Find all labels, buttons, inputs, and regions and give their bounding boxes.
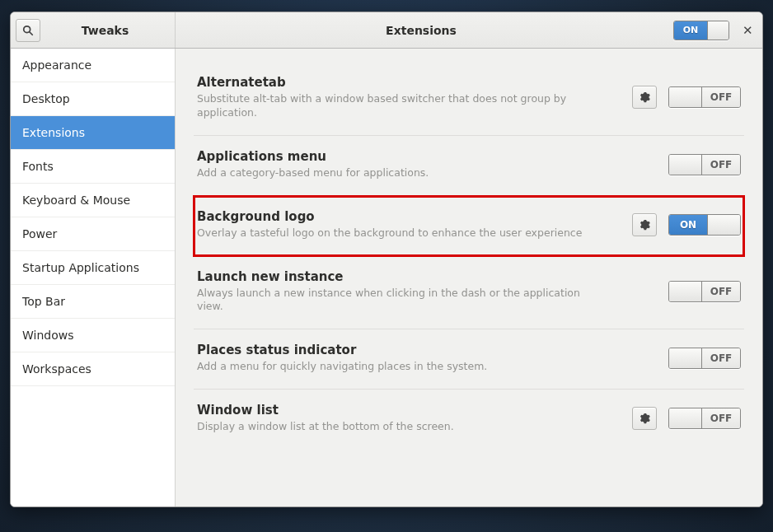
extension-toggle[interactable]: ONOFF	[668, 348, 741, 369]
toggle-on-label: ON	[669, 215, 707, 235]
extension-row-applications-menu: Applications menuAdd a category-based me…	[194, 136, 744, 196]
close-icon: ✕	[743, 23, 753, 38]
toggle-off-label: OFF	[702, 348, 740, 368]
extension-description: Overlay a tasteful logo on the backgroun…	[197, 226, 593, 240]
extension-row-alternatetab: AlternatetabSubstitute alt-tab with a wi…	[194, 62, 744, 136]
toggle-off-label: OFF	[702, 87, 740, 107]
toggle-knob	[707, 21, 728, 40]
extension-row-launch-new-instance: Launch new instanceAlways launch a new i…	[194, 256, 744, 330]
toggle-off-label: OFF	[702, 408, 740, 428]
toggle-knob	[669, 282, 702, 301]
sidebar-item-desktop[interactable]: Desktop	[11, 82, 175, 116]
extension-text: Applications menuAdd a category-based me…	[197, 149, 657, 180]
extension-settings-button[interactable]	[632, 213, 657, 236]
extension-description: Always launch a new instance when clicki…	[197, 287, 593, 315]
svg-line-1	[30, 31, 33, 35]
sidebar-item-extensions[interactable]: Extensions	[11, 116, 175, 150]
extensions-master-toggle[interactable]: ON OFF	[673, 21, 729, 40]
extension-description: Add a menu for quickly navigating places…	[197, 360, 593, 374]
sidebar: AppearanceDesktopExtensionsFontsKeyboard…	[11, 49, 176, 506]
toggle-knob	[669, 408, 702, 428]
extension-title: Window list	[197, 403, 621, 418]
extension-description: Display a window list at the bottom of t…	[197, 420, 593, 434]
extension-text: Window listDisplay a window list at the …	[197, 403, 621, 434]
close-button[interactable]: ✕	[739, 22, 756, 39]
tweaks-window: Tweaks Extensions ON OFF ✕ AppearanceDes…	[10, 12, 763, 507]
extension-title: Places status indicator	[197, 343, 657, 357]
sidebar-item-label: Extensions	[22, 126, 85, 139]
sidebar-item-label: Startup Applications	[22, 261, 139, 274]
sidebar-item-label: Top Bar	[22, 295, 65, 308]
titlebar-left: Tweaks	[11, 12, 176, 48]
extension-toggle[interactable]: ONOFF	[668, 281, 741, 302]
sidebar-item-label: Power	[22, 227, 57, 240]
extension-toggle[interactable]: ONOFF	[668, 408, 741, 429]
toggle-on-label: ON	[674, 21, 707, 40]
toggle-knob	[669, 348, 702, 368]
sidebar-item-startup-applications[interactable]: Startup Applications	[11, 251, 175, 285]
sidebar-item-power[interactable]: Power	[11, 217, 175, 251]
sidebar-item-label: Fonts	[22, 160, 54, 173]
toggle-knob	[669, 87, 702, 107]
toggle-off-label: OFF	[702, 155, 740, 175]
sidebar-item-label: Keyboard & Mouse	[22, 194, 130, 207]
sidebar-item-windows[interactable]: Windows	[11, 319, 175, 352]
extension-row-background-logo: Background logoOverlay a tasteful logo o…	[194, 196, 744, 256]
sidebar-item-workspaces[interactable]: Workspaces	[11, 352, 175, 386]
toggle-knob	[669, 155, 702, 175]
search-icon	[22, 25, 34, 36]
app-title: Tweaks	[40, 24, 170, 37]
extension-text: Places status indicatorAdd a menu for qu…	[197, 343, 657, 374]
sidebar-item-appearance[interactable]: Appearance	[11, 49, 175, 82]
extension-toggle[interactable]: ONOFF	[668, 154, 741, 175]
sidebar-item-label: Workspaces	[22, 362, 91, 376]
extension-title: Applications menu	[197, 149, 657, 164]
sidebar-item-fonts[interactable]: Fonts	[11, 150, 175, 184]
titlebar-right: ON OFF ✕	[667, 12, 762, 48]
gear-icon	[639, 91, 650, 103]
sidebar-item-label: Desktop	[22, 92, 70, 105]
extension-title: Alternatetab	[197, 75, 621, 90]
window-body: AppearanceDesktopExtensionsFontsKeyboard…	[11, 49, 762, 506]
gear-icon	[639, 219, 650, 231]
search-button[interactable]	[16, 19, 40, 42]
gear-icon	[639, 413, 650, 424]
extension-row-places-status-indicator: Places status indicatorAdd a menu for qu…	[194, 329, 744, 390]
extension-text: AlternatetabSubstitute alt-tab with a wi…	[197, 75, 621, 120]
sidebar-item-label: Appearance	[22, 58, 91, 72]
extension-row-window-list: Window listDisplay a window list at the …	[194, 390, 744, 449]
extension-settings-button[interactable]	[632, 86, 657, 109]
extension-settings-button[interactable]	[632, 407, 657, 430]
toggle-off-label: OFF	[702, 282, 740, 301]
sidebar-item-top-bar[interactable]: Top Bar	[11, 285, 175, 319]
extension-toggle[interactable]: ONOFF	[668, 214, 741, 236]
sidebar-item-keyboard-mouse[interactable]: Keyboard & Mouse	[11, 184, 175, 217]
titlebar-center: Extensions	[176, 12, 667, 48]
extension-description: Add a category-based menu for applicatio…	[197, 166, 593, 180]
extension-text: Background logoOverlay a tasteful logo o…	[197, 209, 621, 240]
page-title: Extensions	[386, 24, 457, 37]
extension-description: Substitute alt-tab with a window based s…	[197, 92, 593, 120]
titlebar: Tweaks Extensions ON OFF ✕	[11, 12, 762, 49]
extension-title: Background logo	[197, 209, 621, 224]
toggle-knob	[707, 215, 740, 235]
extension-title: Launch new instance	[197, 269, 657, 284]
content-area: AlternatetabSubstitute alt-tab with a wi…	[176, 49, 762, 506]
extension-text: Launch new instanceAlways launch a new i…	[197, 269, 657, 315]
sidebar-item-label: Windows	[22, 329, 74, 342]
extension-toggle[interactable]: ONOFF	[668, 86, 741, 108]
